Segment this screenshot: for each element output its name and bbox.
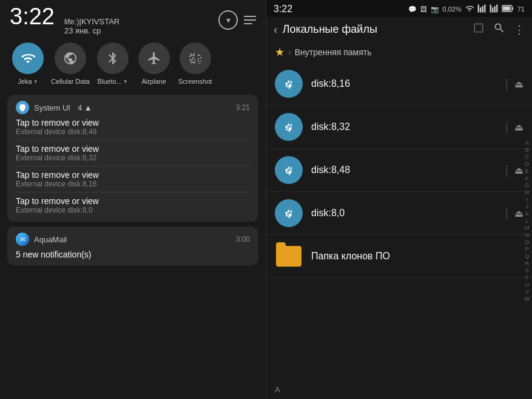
left-panel: 3:22 life:)|KYIVSTAR 23 янв. ср ▾ Jeka ▼ xyxy=(0,0,266,399)
notif-subtitle-2: External device disk:8,16 xyxy=(16,180,250,188)
toggle-screenshot[interactable]: Screenshot xyxy=(177,43,214,85)
alpha-D[interactable]: D xyxy=(524,161,531,168)
breadcrumb-text[interactable]: Внутренняя память xyxy=(295,47,372,57)
alpha-L[interactable]: L xyxy=(524,218,531,225)
alpha-F[interactable]: F xyxy=(524,176,531,183)
aquamail-app-name: AquaMail xyxy=(34,235,67,244)
alpha-Q[interactable]: Q xyxy=(524,253,531,261)
usb-icon-0 xyxy=(275,70,303,98)
fm-action-buttons: ⋮ xyxy=(473,22,525,37)
alpha-K[interactable]: K xyxy=(524,211,531,218)
menu-button[interactable] xyxy=(244,16,256,24)
carrier-name: life:)|KYIVSTAR xyxy=(64,17,120,26)
time-right: 3:22 xyxy=(274,4,292,15)
alpha-B[interactable]: B xyxy=(524,147,531,154)
alpha-T[interactable]: T xyxy=(524,275,531,282)
systemui-time: 3:21 xyxy=(236,103,250,112)
file-actions-1: | ⏏ xyxy=(505,120,524,134)
file-name-0: disk:8,16 xyxy=(311,78,497,89)
file-name-2: disk:8,48 xyxy=(311,165,497,176)
cellular-toggle-circle[interactable] xyxy=(55,43,86,74)
aquamail-app-info: ✉ AquaMail xyxy=(16,233,67,246)
battery-icon xyxy=(502,5,514,13)
alpha-E[interactable]: E xyxy=(524,168,531,176)
notif-header-systemui: System UI 4 ▲ 3:21 xyxy=(16,101,250,114)
notif-subtitle-0: External device disk:8,48 xyxy=(16,128,250,136)
file-name-4: Папка клонов ПО xyxy=(311,251,524,262)
eject-button-0[interactable]: ⏏ xyxy=(514,78,524,90)
alpha-J[interactable]: J xyxy=(524,203,531,211)
file-sep-3: | xyxy=(505,206,508,220)
eject-button-1[interactable]: ⏏ xyxy=(514,121,524,133)
eject-button-3[interactable]: ⏏ xyxy=(514,208,524,219)
file-item-disk848[interactable]: disk:8,48 | ⏏ xyxy=(266,149,532,192)
file-actions-0: | ⏏ xyxy=(505,77,524,91)
back-button[interactable]: ‹ xyxy=(274,22,278,36)
screenshot-label: Screenshot xyxy=(178,78,212,85)
notif-item-2: Tap to remove or view External device di… xyxy=(16,170,250,188)
aquamail-time: 3:00 xyxy=(236,235,250,244)
folder-shape xyxy=(276,246,301,267)
toggle-airplane[interactable]: Airplane xyxy=(136,43,172,85)
search-button[interactable] xyxy=(493,22,505,37)
star-icon[interactable]: ★ xyxy=(275,46,285,59)
toggle-cellular[interactable]: Cellular Data xyxy=(51,43,90,85)
list-view-button[interactable] xyxy=(473,22,485,37)
alpha-V[interactable]: V xyxy=(524,289,531,296)
usb-icon-2 xyxy=(275,156,303,184)
wifi-toggle-circle[interactable] xyxy=(12,43,44,74)
systemui-count: 4 ▲ xyxy=(78,103,92,112)
alpha-U[interactable]: U xyxy=(524,282,531,289)
notif-title-1: Tap to remove or view xyxy=(16,144,250,154)
screenshot-toggle-circle[interactable] xyxy=(180,43,211,74)
alpha-C[interactable]: C xyxy=(524,154,531,161)
file-item-disk832[interactable]: disk:8,32 | ⏏ xyxy=(266,106,532,149)
file-item-disk80[interactable]: disk:8,0 | ⏏ xyxy=(266,192,532,235)
cellular-label: Cellular Data xyxy=(51,78,90,85)
eject-button-2[interactable]: ⏏ xyxy=(514,165,524,176)
alpha-O[interactable]: O xyxy=(524,239,531,247)
alpha-N[interactable]: N xyxy=(524,232,531,239)
fm-bottom-section-label: A xyxy=(266,380,532,399)
file-item-disk816[interactable]: disk:8,16 | ⏏ xyxy=(266,63,532,106)
toggle-wifi[interactable]: Jeka ▼ xyxy=(10,43,46,85)
bluetooth-toggle-circle[interactable] xyxy=(97,43,129,74)
alpha-H[interactable]: H xyxy=(524,189,531,197)
camera-icon: 📷 xyxy=(431,5,439,13)
systemui-notification-card[interactable]: System UI 4 ▲ 3:21 Tap to remove or view… xyxy=(7,95,258,222)
file-sep-1: | xyxy=(505,120,508,134)
wifi-icon-right xyxy=(465,4,474,14)
notif-title-2: Tap to remove or view xyxy=(16,170,250,180)
alpha-S[interactable]: S xyxy=(524,267,531,275)
time-left: 3:22 xyxy=(10,5,55,28)
alpha-M[interactable]: M xyxy=(524,225,531,232)
fm-title: Локальные файлы xyxy=(283,23,468,36)
toggle-bluetooth[interactable]: Blueto... ▼ xyxy=(95,43,131,85)
alpha-G[interactable]: G xyxy=(524,182,531,189)
file-name-1: disk:8,32 xyxy=(311,121,497,132)
dropdown-button[interactable]: ▾ xyxy=(218,10,238,30)
alpha-A[interactable]: A xyxy=(524,140,531,147)
svg-rect-1 xyxy=(512,7,513,10)
file-sep-2: | xyxy=(505,163,508,177)
right-panel: 3:22 💬 🖼 📷 0,02% 71 ‹ Локальные файлы xyxy=(266,0,532,399)
carrier-info: life:)|KYIVSTAR 23 янв. ср xyxy=(64,17,120,35)
file-item-folder[interactable]: Папка клонов ПО xyxy=(266,235,532,278)
notif-app-info: System UI 4 ▲ xyxy=(16,101,92,114)
breadcrumb: ★ › Внутренняя память xyxy=(266,42,532,63)
alpha-P[interactable]: P xyxy=(524,246,531,253)
photo-icon: 🖼 xyxy=(420,5,427,13)
bluetooth-label: Blueto... ▼ xyxy=(97,78,127,85)
file-name-3: disk:8,0 xyxy=(311,208,497,219)
notif-subtitle-3: External device disk:8,0 xyxy=(16,206,250,214)
systemui-app-icon xyxy=(16,101,29,114)
alpha-R[interactable]: R xyxy=(524,261,531,268)
airplane-label: Airplane xyxy=(141,78,166,85)
aquamail-notification-card[interactable]: ✉ AquaMail 3:00 5 new notification(s) xyxy=(7,227,258,265)
quick-toggles: Jeka ▼ Cellular Data Blueto... ▼ Airplan… xyxy=(0,38,266,90)
alpha-I[interactable]: I xyxy=(524,197,531,204)
alpha-W[interactable]: W xyxy=(524,296,531,303)
status-bar-right-icons: ▾ xyxy=(218,10,256,30)
more-options-button[interactable]: ⋮ xyxy=(514,23,525,36)
airplane-toggle-circle[interactable] xyxy=(138,43,170,74)
